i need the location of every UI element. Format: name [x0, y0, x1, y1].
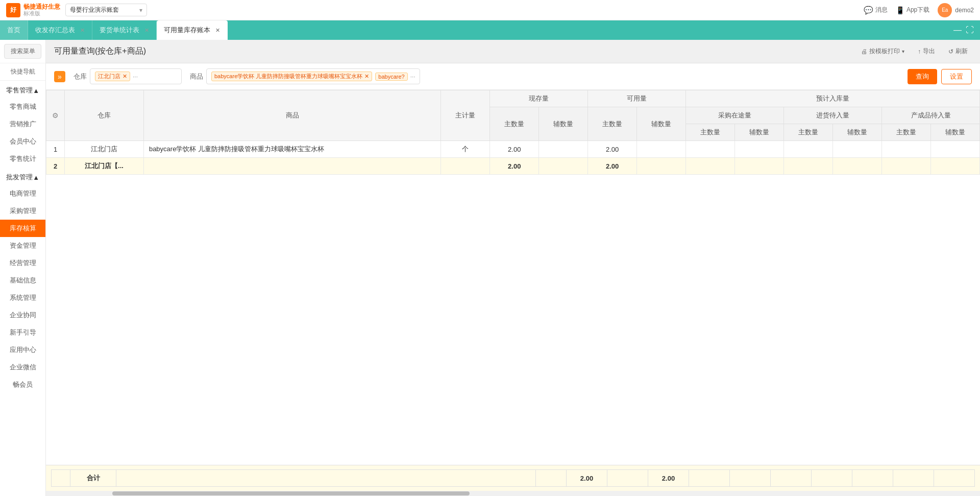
cell-avail-main-2: 2.00: [588, 158, 637, 175]
gear-icon[interactable]: ⚙: [52, 111, 59, 120]
warehouse-tag-1: 江北门店 ✕: [95, 72, 130, 81]
table-row: 1 江北门店 babycare学饮杯 儿童防摔防撞吸管杯重力球吸嘴杯宝宝水杯 个…: [46, 141, 980, 158]
cell-unit: 个: [441, 141, 490, 158]
warehouse-tag-text: 江北门店: [98, 73, 120, 80]
cell-prod-main-2: [882, 158, 931, 175]
th-pt-aux: 辅数量: [735, 124, 784, 141]
th-available: 可用量: [588, 90, 686, 107]
th-settings[interactable]: ⚙: [46, 90, 65, 141]
refresh-label: 刷新: [955, 47, 968, 56]
tab-available-stock[interactable]: 可用量库存账本 ✕: [157, 20, 228, 40]
sidebar-item-basic[interactable]: 基础信息: [0, 272, 45, 289]
minimize-btn[interactable]: —: [953, 26, 962, 35]
warehouse-more[interactable]: ···: [133, 73, 138, 80]
message-btn[interactable]: 💬 消息: [864, 6, 888, 15]
industry-selector[interactable]: 母婴行业演示账套 ▾: [65, 4, 147, 16]
cell-warehouse: 江北门店: [65, 141, 144, 158]
tab-receipt-summary[interactable]: 收发存汇总表 ✕: [28, 20, 92, 40]
table-row-subtotal: 2 江北门店【... 2.00 2.00: [46, 158, 980, 175]
quick-nav-btn[interactable]: 快捷导航: [0, 63, 45, 81]
sidebar-item-system[interactable]: 系统管理: [0, 289, 45, 306]
cell-pp-aux-2: [833, 158, 882, 175]
product-tag-1: babycare学饮杯 儿童防摔防撞吸管杯重力球吸嘴杯宝宝水杯 ✕: [211, 72, 372, 81]
settings-button[interactable]: 设置: [941, 69, 972, 84]
horizontal-scrollbar[interactable]: [46, 491, 980, 496]
nav-tabs-actions: — ⛶: [947, 26, 980, 35]
sidebar-group-wholesale-chevron: ▲: [33, 174, 39, 181]
th-prod-aux: 辅数量: [930, 124, 979, 141]
tab-home[interactable]: 首页: [0, 20, 28, 40]
sidebar-item-weixin[interactable]: 企业微信: [0, 359, 45, 376]
th-prod-main: 主数量: [882, 124, 931, 141]
sidebar-item-member[interactable]: 会员中心: [0, 133, 45, 150]
top-bar-right: 💬 消息 📱 App下载 Ea demo2: [864, 3, 974, 17]
th-warehouse: 仓库: [65, 90, 144, 141]
sidebar-item-inventory[interactable]: 库存核算: [0, 220, 45, 237]
sidebar-item-ecommerce[interactable]: 电商管理: [0, 185, 45, 202]
close-receipt-summary[interactable]: ✕: [80, 27, 85, 34]
avatar-initial: Ea: [942, 7, 948, 13]
content-area: 可用量查询(按仓库+商品) 🖨 按模板打印 ▾ ↑ 导出 ↺ 刷新 »: [46, 40, 980, 496]
sidebar-group-retail-header[interactable]: 零售管理 ▲: [0, 81, 45, 98]
sidebar-group-wholesale-header[interactable]: 批发管理 ▲: [0, 168, 45, 185]
product-tag-text-1: babycare学饮杯 儿童防摔防撞吸管杯重力球吸嘴杯宝宝水杯: [214, 73, 362, 80]
filter-expand-btn[interactable]: »: [54, 71, 65, 82]
sidebar-item-vip[interactable]: 畅会员: [0, 376, 45, 393]
home-tab-label: 首页: [7, 26, 20, 35]
sidebar-item-operations[interactable]: 经营管理: [0, 254, 45, 272]
search-menu-btn[interactable]: 搜索菜单: [4, 44, 41, 59]
th-avail-aux: 辅数量: [637, 107, 686, 141]
sidebar-item-guide[interactable]: 新手引导: [0, 324, 45, 341]
print-btn[interactable]: 🖨 按模板打印 ▾: [857, 45, 909, 58]
th-purchase-pending: 进货待入量: [784, 107, 882, 124]
sidebar-item-app-center[interactable]: 应用中心: [0, 341, 45, 359]
footer-total: 合计 2.00 2.00: [46, 465, 980, 491]
cell-current-aux: [539, 141, 588, 158]
sidebar-item-marketing[interactable]: 营销推广: [0, 115, 45, 133]
th-pp-aux: 辅数量: [833, 124, 882, 141]
app-download-btn[interactable]: 📱 App下载: [896, 6, 929, 14]
export-btn[interactable]: ↑ 导出: [914, 45, 939, 58]
query-button[interactable]: 查询: [908, 69, 937, 84]
sidebar-item-finance[interactable]: 资金管理: [0, 237, 45, 254]
brand-logo: 好 畅捷通好生意 标准版: [6, 3, 60, 17]
receipt-summary-tab-label: 收发存汇总表: [35, 26, 75, 35]
cell-pt-aux-2: [735, 158, 784, 175]
tab-order-stats[interactable]: 要货单统计表 ✕: [92, 20, 157, 40]
th-unit: 主计量: [441, 90, 490, 141]
sidebar-search-area: 搜索菜单: [0, 40, 45, 63]
top-bar-left: 好 畅捷通好生意 标准版 母婴行业演示账套 ▾: [6, 3, 147, 17]
print-chevron: ▾: [902, 49, 904, 54]
cell-seq-2: 2: [46, 158, 65, 175]
total-label: 合计: [70, 470, 116, 487]
sidebar-group-wholesale: 批发管理 ▲ 电商管理 采购管理: [0, 168, 45, 220]
cell-unit-2: [441, 158, 490, 175]
page-actions: 🖨 按模板打印 ▾ ↑ 导出 ↺ 刷新: [857, 45, 972, 58]
export-label: 导出: [923, 47, 935, 56]
sidebar-item-retail-mall[interactable]: 零售商城: [0, 98, 45, 115]
product-input[interactable]: babycare学饮杯 儿童防摔防撞吸管杯重力球吸嘴杯宝宝水杯 ✕ babyca…: [206, 68, 420, 84]
warehouse-label: 仓库: [74, 72, 87, 81]
brand-icon: 好: [6, 3, 20, 17]
page-header: 可用量查询(按仓库+商品) 🖨 按模板打印 ▾ ↑ 导出 ↺ 刷新: [46, 40, 980, 63]
warehouse-input[interactable]: 江北门店 ✕ ···: [90, 68, 182, 84]
refresh-btn[interactable]: ↺ 刷新: [944, 45, 972, 58]
maximize-btn[interactable]: ⛶: [966, 26, 974, 35]
close-order-stats[interactable]: ✕: [144, 27, 149, 34]
warehouse-tag-close[interactable]: ✕: [122, 73, 127, 80]
sidebar-item-enterprise[interactable]: 企业协同: [0, 306, 45, 324]
product-tag-1-close[interactable]: ✕: [364, 73, 369, 80]
product-tag-2: babycare?: [375, 73, 407, 81]
sidebar-group-retail-chevron: ▲: [33, 87, 39, 95]
sidebar-item-retail-stats[interactable]: 零售统计: [0, 150, 45, 168]
cell-current-main: 2.00: [490, 141, 539, 158]
product-more[interactable]: ···: [410, 73, 415, 80]
th-forecast: 预计入库量: [686, 90, 980, 107]
close-available-stock[interactable]: ✕: [215, 27, 220, 34]
cell-pt-main: [686, 141, 735, 158]
scrollbar-thumb[interactable]: [112, 491, 470, 495]
available-stock-tab-label: 可用量库存账本: [164, 26, 210, 35]
sidebar-group-retail-label: 零售管理: [6, 86, 33, 95]
sidebar-item-purchase[interactable]: 采购管理: [0, 202, 45, 220]
user-avatar-btn[interactable]: Ea demo2: [938, 3, 974, 17]
